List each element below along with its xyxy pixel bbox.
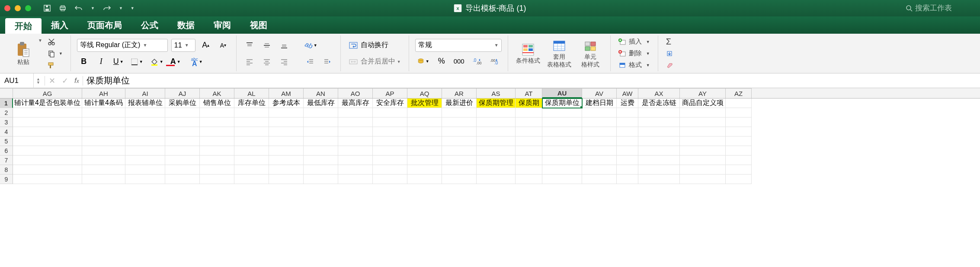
cell-AQ8[interactable] (407, 165, 442, 175)
decrease-decimal-button[interactable]: .00.0 (487, 54, 501, 68)
cell-AV7[interactable] (582, 156, 617, 165)
cell-AN8[interactable] (304, 165, 338, 175)
cell-AT4[interactable] (516, 127, 542, 137)
row-header-4[interactable]: 4 (0, 127, 13, 137)
cell-AH3[interactable] (82, 118, 125, 127)
decrease-indent-button[interactable] (303, 55, 317, 69)
cell-AV9[interactable] (582, 175, 617, 184)
cell-AR2[interactable] (442, 108, 477, 118)
cell-AT8[interactable] (516, 165, 542, 175)
cell-AH2[interactable] (82, 108, 125, 118)
cell-AQ5[interactable] (407, 137, 442, 146)
cell-AW2[interactable] (617, 108, 638, 118)
column-header-AS[interactable]: AS (477, 88, 516, 98)
cell-AW1[interactable]: 运费 (617, 99, 638, 108)
cell-AV6[interactable] (582, 146, 617, 156)
cell-AI4[interactable] (125, 127, 165, 137)
cell-AZ5[interactable] (726, 137, 752, 146)
cell-AQ2[interactable] (407, 108, 442, 118)
cell-AR6[interactable] (442, 146, 477, 156)
cell-AT5[interactable] (516, 137, 542, 146)
font-size-dropdown[interactable]: 11▼ (171, 39, 195, 52)
tab-数据[interactable]: 数据 (168, 16, 204, 34)
minimize-window-icon[interactable] (15, 5, 21, 11)
save-icon[interactable] (43, 4, 51, 12)
merge-center-button[interactable]: 合并后居中▼ (347, 55, 403, 69)
cell-AZ7[interactable] (726, 156, 752, 165)
close-window-icon[interactable] (4, 5, 10, 11)
increase-indent-button[interactable] (320, 55, 334, 69)
cell-AP7[interactable] (373, 156, 407, 165)
align-center-button[interactable] (260, 55, 274, 69)
cell-AQ9[interactable] (407, 175, 442, 184)
cell-AS6[interactable] (477, 146, 516, 156)
cell-AL4[interactable] (234, 127, 269, 137)
cell-AW7[interactable] (617, 156, 638, 165)
cell-AU3[interactable] (542, 118, 582, 127)
cell-AW6[interactable] (617, 146, 638, 156)
cell-AP9[interactable] (373, 175, 407, 184)
conditional-format-button[interactable]: 条件格式 (514, 35, 542, 72)
cell-AQ4[interactable] (407, 127, 442, 137)
redo-icon[interactable] (102, 5, 111, 12)
cell-AZ4[interactable] (726, 127, 752, 137)
cell-AQ1[interactable]: 批次管理 (407, 99, 442, 108)
cell-AJ5[interactable] (165, 137, 200, 146)
cell-AO4[interactable] (338, 127, 373, 137)
tab-开始[interactable]: 开始 (5, 18, 42, 34)
cell-AP4[interactable] (373, 127, 407, 137)
cell-AQ6[interactable] (407, 146, 442, 156)
cell-AG4[interactable] (13, 127, 82, 137)
cell-AI7[interactable] (125, 156, 165, 165)
tab-页面布局[interactable]: 页面布局 (78, 16, 131, 34)
cell-AG1[interactable]: 辅计量4是否包装单位 (13, 99, 82, 108)
cell-AK4[interactable] (200, 127, 234, 137)
column-header-AH[interactable]: AH (82, 88, 125, 98)
cell-AX9[interactable] (638, 175, 680, 184)
cell-AJ4[interactable] (165, 127, 200, 137)
cell-AY6[interactable] (680, 146, 726, 156)
cell-AJ3[interactable] (165, 118, 200, 127)
column-header-AT[interactable]: AT (516, 88, 542, 98)
cell-AL6[interactable] (234, 146, 269, 156)
phonetic-button[interactable]: abcA▼ (189, 55, 205, 69)
cell-AR1[interactable]: 最新进价 (442, 99, 477, 108)
cell-AN5[interactable] (304, 137, 338, 146)
cell-AN9[interactable] (304, 175, 338, 184)
cell-AU1[interactable]: 保质期单位 (542, 99, 582, 108)
cell-AS5[interactable] (477, 137, 516, 146)
cell-AS2[interactable] (477, 108, 516, 118)
font-name-dropdown[interactable]: 等线 Regular (正文)▼ (77, 39, 168, 52)
cell-AM1[interactable]: 参考成本 (269, 99, 304, 108)
cell-AO8[interactable] (338, 165, 373, 175)
currency-button[interactable]: ▼ (415, 54, 431, 68)
cell-AM7[interactable] (269, 156, 304, 165)
cell-AG3[interactable] (13, 118, 82, 127)
tab-审阅[interactable]: 审阅 (204, 16, 240, 34)
percent-button[interactable]: % (435, 54, 448, 68)
search-box[interactable] (906, 4, 976, 13)
cell-AK2[interactable] (200, 108, 234, 118)
cell-AW9[interactable] (617, 175, 638, 184)
cell-AL8[interactable] (234, 165, 269, 175)
cell-AL2[interactable] (234, 108, 269, 118)
cell-AI1[interactable]: 报表辅单位 (125, 99, 165, 108)
cell-AI9[interactable] (125, 175, 165, 184)
align-bottom-button[interactable] (277, 38, 291, 52)
align-top-button[interactable] (243, 38, 256, 52)
column-header-AO[interactable]: AO (338, 88, 373, 98)
cell-AV3[interactable] (582, 118, 617, 127)
cell-AZ2[interactable] (726, 108, 752, 118)
cell-AI2[interactable] (125, 108, 165, 118)
formula-input[interactable] (84, 76, 980, 86)
cell-AN1[interactable]: 最低库存 (304, 99, 338, 108)
tab-公式[interactable]: 公式 (131, 16, 168, 34)
cell-AJ2[interactable] (165, 108, 200, 118)
column-header-AZ[interactable]: AZ (726, 88, 752, 98)
border-button[interactable]: ▼ (129, 55, 145, 69)
namebox-spinner[interactable]: ▲▼ (36, 76, 40, 85)
paste-button[interactable]: 粘贴 (12, 35, 35, 72)
cell-AU8[interactable] (542, 165, 582, 175)
delete-cells-button[interactable]: 删除▼ (617, 48, 652, 59)
clear-button[interactable] (664, 60, 676, 71)
